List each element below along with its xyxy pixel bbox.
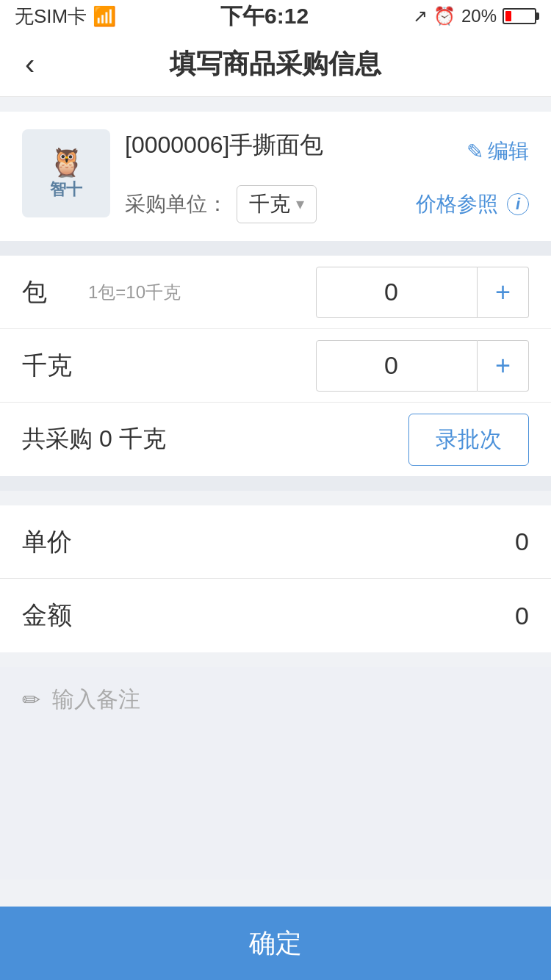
confirm-label: 确定 xyxy=(249,926,302,962)
page-title: 填写商品采购信息 xyxy=(170,46,381,82)
product-card: 🦉 智十 [0000006]手撕面包 ✎ 编辑 采购单位： 千克 ▾ xyxy=(0,112,551,241)
pencil-icon: ✏ xyxy=(22,687,40,713)
alarm-icon: ⏰ xyxy=(433,6,455,26)
unit-price-label: 单价 xyxy=(22,525,72,559)
edit-icon: ✎ xyxy=(467,140,483,164)
back-button[interactable]: ‹ xyxy=(18,40,42,88)
unit-selector[interactable]: 千克 ▾ xyxy=(237,185,317,223)
record-batch-button[interactable]: 录批次 xyxy=(408,414,529,466)
bag-input-control: + xyxy=(316,267,529,318)
kg-input-control: + xyxy=(316,340,529,392)
nav-bar: ‹ 填写商品采购信息 xyxy=(0,32,551,97)
bag-label: 包 xyxy=(22,275,81,309)
status-right: ↗ ⏰ 20% xyxy=(413,6,536,26)
product-name: [0000006]手撕面包 xyxy=(125,129,323,162)
bag-plus-button[interactable]: + xyxy=(478,267,529,318)
section-divider-1 xyxy=(0,241,551,256)
battery-icon xyxy=(503,8,536,24)
kg-quantity-input[interactable] xyxy=(316,340,478,392)
product-info: [0000006]手撕面包 ✎ 编辑 采购单位： 千克 ▾ 价格参照 i xyxy=(125,129,529,223)
brand-text: 智十 xyxy=(50,179,82,201)
carrier-text: 无SIM卡 xyxy=(15,4,87,29)
price-section: 单价 0 金额 0 xyxy=(0,505,551,652)
product-bottom-row: 采购单位： 千克 ▾ 价格参照 i xyxy=(125,185,529,223)
main-content: 🦉 智十 [0000006]手撕面包 ✎ 编辑 采购单位： 千克 ▾ xyxy=(0,112,551,953)
summary-row: 共采购 0 千克 录批次 xyxy=(0,403,551,476)
price-ref-row: 价格参照 i xyxy=(416,190,529,218)
section-divider-2 xyxy=(0,476,551,491)
summary-text: 共采购 0 千克 xyxy=(22,423,166,455)
bag-quantity-input[interactable] xyxy=(316,267,478,318)
edit-label: 编辑 xyxy=(488,137,529,165)
kg-plus-button[interactable]: + xyxy=(478,340,529,392)
help-icon[interactable]: i xyxy=(507,193,529,215)
product-image: 🦉 智十 xyxy=(22,129,110,217)
kg-input-row: 千克 + xyxy=(0,329,551,403)
status-left: 无SIM卡 📶 xyxy=(15,4,116,29)
bag-input-row: 包 1包=10千克 + xyxy=(0,256,551,329)
wifi-icon: 📶 xyxy=(93,5,116,28)
unit-value: 千克 xyxy=(249,190,290,218)
battery-percent: 20% xyxy=(461,6,497,26)
unit-price-value: 0 xyxy=(515,527,529,556)
bag-sublabel: 1包=10千克 xyxy=(88,281,316,304)
price-ref-label[interactable]: 价格参照 xyxy=(416,190,498,218)
chevron-down-icon: ▾ xyxy=(296,195,304,214)
content-filler xyxy=(0,732,551,879)
unit-price-row: 单价 0 xyxy=(0,505,551,579)
owl-icon: 🦉 xyxy=(49,146,84,179)
amount-value: 0 xyxy=(515,602,529,630)
notes-placeholder: 输入备注 xyxy=(52,685,140,715)
input-section: 包 1包=10千克 + 千克 + 共采购 0 千克 录批次 xyxy=(0,256,551,476)
location-icon: ↗ xyxy=(413,6,428,26)
amount-label: 金额 xyxy=(22,599,72,633)
battery-fill xyxy=(505,11,511,21)
unit-row: 采购单位： 千克 ▾ xyxy=(125,185,317,223)
product-top-row: [0000006]手撕面包 ✎ 编辑 xyxy=(125,129,529,173)
notes-section[interactable]: ✏ 输入备注 xyxy=(0,667,551,732)
confirm-button[interactable]: 确定 xyxy=(0,907,551,980)
edit-button[interactable]: ✎ 编辑 xyxy=(467,137,529,165)
status-bar: 无SIM卡 📶 下午6:12 ↗ ⏰ 20% xyxy=(0,0,551,32)
kg-label: 千克 xyxy=(22,349,81,383)
amount-row: 金额 0 xyxy=(0,579,551,652)
time-display: 下午6:12 xyxy=(220,1,309,32)
purchase-unit-label: 采购单位： xyxy=(125,190,228,218)
